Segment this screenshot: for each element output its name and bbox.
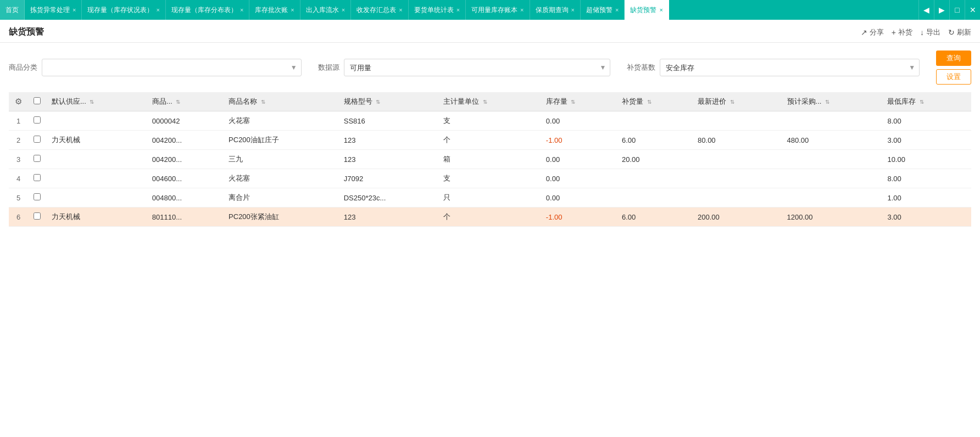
column-commodity-code[interactable]: 商品... ⇅: [147, 92, 223, 111]
cell-replenish: [616, 188, 692, 208]
filter-actions: 查询 设置: [936, 51, 971, 85]
row-checkbox[interactable]: [34, 212, 41, 220]
replenishment-base-select[interactable]: 安全库存 最低库存: [660, 59, 920, 76]
cell-stock: 0.00: [541, 111, 616, 131]
cell-unit: 箱: [438, 150, 541, 169]
data-source-select-wrapper: 可用量 库存量 ▼: [344, 59, 611, 76]
nav-next-button[interactable]: ▶: [934, 0, 949, 20]
close-icon[interactable]: ×: [571, 7, 575, 13]
replenish-button[interactable]: + 补货: [892, 27, 912, 37]
page-title: 缺货预警: [9, 26, 44, 38]
commodity-category-select-wrapper: ▼: [42, 59, 302, 76]
nav-tab-inout[interactable]: 出入库流水 ×: [300, 0, 351, 20]
close-icon[interactable]: ×: [399, 7, 402, 13]
row-checkbox-cell: [28, 150, 46, 169]
column-spec[interactable]: 规格型号 ⇅: [338, 92, 438, 111]
nav-tab-available[interactable]: 可用量库存账本 ×: [466, 0, 530, 20]
close-icon[interactable]: ×: [342, 7, 345, 13]
cell-spec: 123: [338, 208, 438, 227]
nav-tab-batch[interactable]: 库存批次账 ×: [249, 0, 300, 20]
cell-commodity-name: 火花塞: [223, 111, 338, 131]
row-checkbox[interactable]: [34, 116, 41, 124]
row-checkbox-cell: [28, 169, 46, 188]
nav-close-button[interactable]: ✕: [965, 0, 980, 20]
cell-default-supplier: [46, 169, 147, 188]
sort-icon: ⇅: [483, 99, 487, 105]
refresh-icon: ↻: [948, 28, 955, 37]
cell-replenish: [616, 169, 692, 188]
row-number: 6: [9, 208, 28, 227]
query-button[interactable]: 查询: [936, 51, 971, 66]
close-icon[interactable]: ×: [156, 7, 159, 13]
row-checkbox-cell: [28, 188, 46, 208]
share-icon: ↗: [861, 28, 867, 37]
header-actions: ↗ 分享 + 补货 ↓ 导出 ↻ 刷新: [861, 27, 971, 37]
nav-window-button[interactable]: □: [949, 0, 965, 20]
data-source-select[interactable]: 可用量 库存量: [344, 59, 611, 76]
sort-icon: ⇅: [647, 99, 652, 105]
cell-default-supplier: [46, 111, 147, 131]
cell-default-supplier: [46, 150, 147, 169]
row-checkbox[interactable]: [34, 174, 41, 181]
refresh-button[interactable]: ↻ 刷新: [948, 27, 971, 37]
nav-tab-expiry[interactable]: 保质期查询 ×: [530, 0, 581, 20]
nav-tab-stock2[interactable]: 现存量（库存分布表） ×: [166, 0, 249, 20]
nav-tab-summary[interactable]: 收发存汇总表 ×: [351, 0, 408, 20]
cell-latest-price: [692, 111, 782, 131]
nav-tab-home[interactable]: 首页: [0, 0, 25, 20]
row-checkbox[interactable]: [34, 155, 41, 162]
table-row: 6 力天机械 801110... PC200张紧油缸 123 个 -1.00 6…: [9, 208, 971, 227]
cell-latest-price: 200.00: [692, 208, 782, 227]
close-icon[interactable]: ×: [659, 7, 662, 13]
close-icon[interactable]: ×: [240, 7, 243, 13]
column-latest-price[interactable]: 最新进价 ⇅: [692, 92, 782, 111]
nav-prev-button[interactable]: ◀: [918, 0, 934, 20]
cell-spec: J7092: [338, 169, 438, 188]
nav-tab-overstock[interactable]: 超储预警 ×: [581, 0, 625, 20]
close-icon[interactable]: ×: [73, 7, 76, 13]
cell-stock: -1.00: [541, 208, 616, 227]
cell-latest-price: [692, 150, 782, 169]
top-navigation: 首页 拣货异常处理 × 现存量（库存状况表） × 现存量（库存分布表） × 库存…: [0, 0, 980, 20]
cell-replenish: [616, 111, 692, 131]
replenishment-base-label: 补货基数: [627, 63, 655, 72]
column-unit[interactable]: 主计量单位 ⇅: [438, 92, 541, 111]
cell-default-supplier: 力天机械: [46, 208, 147, 227]
cell-commodity-name: 离合片: [223, 188, 338, 208]
nav-tab-requisition[interactable]: 要货单统计表 ×: [409, 0, 466, 20]
filter-bar: 商品分类 ▼ 数据源 可用量 库存量 ▼ 补货基数: [0, 43, 980, 92]
close-icon[interactable]: ×: [291, 7, 294, 13]
row-checkbox[interactable]: [34, 193, 41, 200]
gear-icon[interactable]: ⚙: [14, 97, 23, 107]
column-stock[interactable]: 库存量 ⇅: [541, 92, 616, 111]
nav-tab-stock1[interactable]: 现存量（库存状况表） ×: [82, 0, 165, 20]
row-number: 5: [9, 188, 28, 208]
column-estimated-purchase[interactable]: 预计采购... ⇅: [782, 92, 882, 111]
column-min-stock[interactable]: 最低库存 ⇅: [882, 92, 971, 111]
cell-spec: DS250*23c...: [338, 188, 438, 208]
cell-spec: SS816: [338, 111, 438, 131]
settings-button[interactable]: 设置: [936, 69, 971, 85]
table-row: 2 力天机械 004200... PC200油缸庄子 123 个 -1.00 6…: [9, 131, 971, 150]
nav-tab-picking[interactable]: 拣货异常处理 ×: [25, 0, 82, 20]
share-button[interactable]: ↗ 分享: [861, 27, 884, 37]
column-gear: ⚙: [9, 92, 28, 111]
close-icon[interactable]: ×: [520, 7, 524, 13]
select-all-checkbox[interactable]: [34, 97, 41, 104]
row-number: 3: [9, 150, 28, 169]
cell-stock: 0.00: [541, 169, 616, 188]
commodity-category-select[interactable]: [42, 59, 302, 76]
table-container: ⚙ 默认供应... ⇅ 商品... ⇅ 商品名称 ⇅: [0, 92, 980, 236]
close-icon[interactable]: ×: [615, 7, 619, 13]
close-icon[interactable]: ×: [456, 7, 460, 13]
column-replenish[interactable]: 补货量 ⇅: [616, 92, 692, 111]
export-button[interactable]: ↓ 导出: [920, 27, 940, 37]
cell-replenish: 6.00: [616, 208, 692, 227]
column-commodity-name[interactable]: 商品名称 ⇅: [223, 92, 338, 111]
data-table: ⚙ 默认供应... ⇅ 商品... ⇅ 商品名称 ⇅: [9, 92, 971, 227]
nav-tab-shortage[interactable]: 缺货预警 ×: [625, 0, 669, 20]
table-row: 5 004800... 离合片 DS250*23c... 只 0.00 1.00: [9, 188, 971, 208]
filter-replenishment-base: 补货基数 安全库存 最低库存 ▼: [627, 59, 920, 76]
column-default-supplier[interactable]: 默认供应... ⇅: [46, 92, 147, 111]
row-checkbox[interactable]: [34, 136, 41, 143]
